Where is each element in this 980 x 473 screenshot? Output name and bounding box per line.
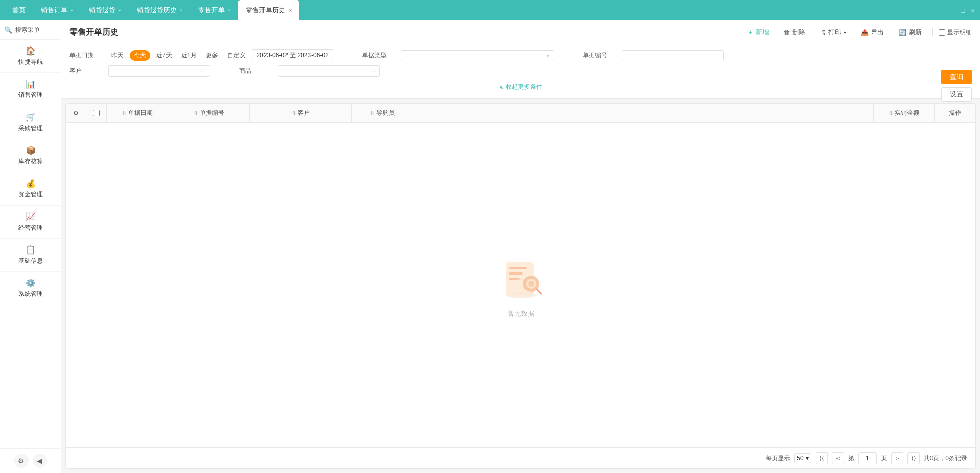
filter-row-2: 客户 ··· 商品 ···	[69, 65, 972, 77]
page-size-select[interactable]: 50 ▾	[794, 453, 811, 463]
window-min-btn[interactable]: —	[948, 7, 955, 14]
date-btn-today[interactable]: 今天	[130, 50, 150, 61]
export-button[interactable]: 📤 导出	[856, 26, 888, 39]
delete-button[interactable]: 🗑 删除	[779, 26, 809, 39]
date-label: 单据日期	[69, 51, 100, 60]
sidebar-item-business-mgmt-label: 经营管理	[18, 223, 43, 232]
sidebar-item-purchase-mgmt[interactable]: 🛒 采购管理	[0, 106, 61, 139]
sidebar-item-business-mgmt[interactable]: 📈 经营管理	[0, 206, 61, 239]
tab-home[interactable]: 首页	[5, 0, 33, 20]
tab-sales-return-history-close[interactable]: ×	[180, 8, 183, 13]
total-info: 共0页，0条记录	[924, 454, 967, 463]
col-date[interactable]: ⇅ 单据日期	[107, 104, 168, 122]
next-page-btn[interactable]: ＞	[891, 452, 903, 464]
select-all-checkbox[interactable]	[93, 110, 100, 116]
last-page-btn[interactable]: ⟩⟩	[907, 452, 920, 464]
window-close-btn[interactable]: ×	[971, 7, 975, 14]
goods-input[interactable]: ···	[278, 65, 380, 77]
number-input[interactable]	[622, 50, 724, 61]
sidebar-item-quick-nav[interactable]: 🏠 快捷导航	[0, 40, 61, 73]
page-input[interactable]	[858, 452, 877, 464]
prev-page-btn[interactable]: ＜	[832, 452, 844, 464]
date-buttons: 昨天 今天 近7天 近1月 更多 自定义 2023-06-02 至 2023-0…	[108, 49, 333, 61]
sort-icon-date: ⇅	[122, 110, 126, 116]
tab-sales-order[interactable]: 销售订单 ×	[34, 0, 81, 20]
sidebar-item-finance-label: 资金管理	[18, 190, 43, 199]
show-detail-checkbox[interactable]	[939, 29, 945, 36]
number-label: 单据编号	[583, 51, 613, 60]
tab-sales-return-label: 销货退货	[89, 6, 115, 15]
settings-filter-button[interactable]: 设置	[941, 87, 972, 102]
show-detail-checkbox-label[interactable]: 显示明细	[939, 28, 972, 37]
sidebar-item-base-info[interactable]: 📋 基础信息	[0, 239, 61, 272]
add-icon: ＋	[747, 28, 754, 37]
tab-sales-return-close[interactable]: ×	[118, 8, 122, 13]
type-select[interactable]: ▾	[401, 50, 554, 61]
sidebar-item-inventory[interactable]: 📦 库存核算	[0, 139, 61, 172]
col-checkbox[interactable]	[86, 104, 107, 122]
sidebar-item-quick-nav-label: 快捷导航	[18, 58, 43, 66]
date-btn-yesterday[interactable]: 昨天	[108, 50, 127, 61]
goods-input-dots[interactable]: ···	[370, 67, 375, 74]
sidebar-item-purchase-mgmt-label: 采购管理	[18, 124, 43, 133]
tab-retail-order-history[interactable]: 零售开单历史 ×	[238, 0, 299, 20]
date-btn-custom[interactable]: 自定义	[224, 50, 249, 61]
col-date-label: 单据日期	[128, 109, 153, 117]
sidebar-item-system-mgmt[interactable]: ⚙️ 系统管理	[0, 272, 61, 305]
date-btn-more[interactable]: 更多	[203, 50, 221, 61]
sidebar-item-sales-mgmt[interactable]: 📊 销售管理	[0, 73, 61, 106]
tab-retail-order-close[interactable]: ×	[228, 8, 231, 13]
tab-sales-return[interactable]: 销货退货 ×	[82, 0, 129, 20]
sidebar-item-base-info-label: 基础信息	[18, 257, 43, 265]
date-btn-1month[interactable]: 近1月	[178, 50, 200, 61]
sidebar-search[interactable]: 🔍 搜索采单	[0, 20, 61, 40]
add-button[interactable]: ＋ 新增	[743, 26, 773, 39]
tab-sales-order-close[interactable]: ×	[70, 8, 74, 13]
system-mgmt-icon: ⚙️	[26, 278, 36, 288]
col-number[interactable]: ⇅ 单据编号	[168, 104, 250, 122]
finance-icon: 💰	[26, 179, 36, 188]
col-guide[interactable]: ⇅ 导购员	[352, 104, 413, 122]
goods-label: 商品	[239, 67, 270, 76]
sidebar-item-finance[interactable]: 💰 资金管理	[0, 172, 61, 206]
first-page-btn[interactable]: ⟨⟨	[816, 452, 828, 464]
filter-row-1: 单据日期 昨天 今天 近7天 近1月 更多 自定义 2023-06-02 至 2…	[69, 49, 972, 61]
sidebar: 🔍 搜索采单 🏠 快捷导航 📊 销售管理 🛒 采购管理 📦 库存核算 💰	[0, 20, 61, 473]
svg-rect-3	[509, 272, 523, 275]
tab-retail-order[interactable]: 零售开单 ×	[191, 0, 238, 20]
col-customer[interactable]: ⇅ 客户	[250, 104, 352, 122]
svg-line-8	[537, 289, 541, 294]
window-max-btn[interactable]: □	[961, 7, 965, 14]
tab-retail-order-history-close[interactable]: ×	[289, 8, 292, 13]
col-customer-label: 客户	[298, 109, 310, 117]
base-info-icon: 📋	[26, 245, 36, 255]
sidebar-search-label: 搜索采单	[15, 26, 40, 34]
tab-retail-order-label: 零售开单	[198, 6, 225, 15]
customer-input-dots[interactable]: ···	[201, 67, 206, 74]
refresh-label: 刷新	[909, 28, 922, 37]
date-range-display[interactable]: 2023-06-02 至 2023-06-02	[252, 49, 333, 61]
refresh-button[interactable]: 🔄 刷新	[894, 26, 926, 39]
page-size-label: 每页显示	[766, 454, 790, 463]
tab-sales-return-history[interactable]: 销货退货历史 ×	[130, 0, 190, 20]
date-btn-7days[interactable]: 近7天	[153, 50, 175, 61]
tabs-area: 首页 销售订单 × 销货退货 × 销货退货历史 × 零售开单 × 零售开单历史 …	[5, 0, 299, 20]
customer-input[interactable]: ···	[108, 65, 210, 77]
customer-label: 客户	[69, 67, 100, 76]
inventory-icon: 📦	[26, 145, 36, 155]
print-button[interactable]: 🖨 打印 ▾	[816, 26, 850, 39]
sort-icon-amount: ⇅	[889, 110, 893, 116]
number-input-field[interactable]	[626, 52, 719, 59]
col-settings[interactable]: ⚙	[66, 104, 86, 122]
empty-text: 暂无数据	[508, 309, 534, 318]
col-amount[interactable]: ⇅ 实销金额	[873, 104, 935, 122]
query-button[interactable]: 查询	[941, 70, 972, 84]
page-title: 零售开单历史	[69, 27, 118, 38]
sort-icon-number: ⇅	[194, 110, 198, 116]
svg-point-7	[528, 281, 534, 287]
sidebar-settings-btn[interactable]: ⚙	[14, 454, 29, 468]
collapse-btn[interactable]: ∧ 收起更多条件	[69, 81, 972, 93]
empty-icon	[495, 252, 546, 303]
sidebar-collapse-btn[interactable]: ◀	[33, 454, 47, 468]
content-area: 零售开单历史 ＋ 新增 🗑 删除 🖨 打印 ▾ 📤 导出	[61, 20, 980, 473]
